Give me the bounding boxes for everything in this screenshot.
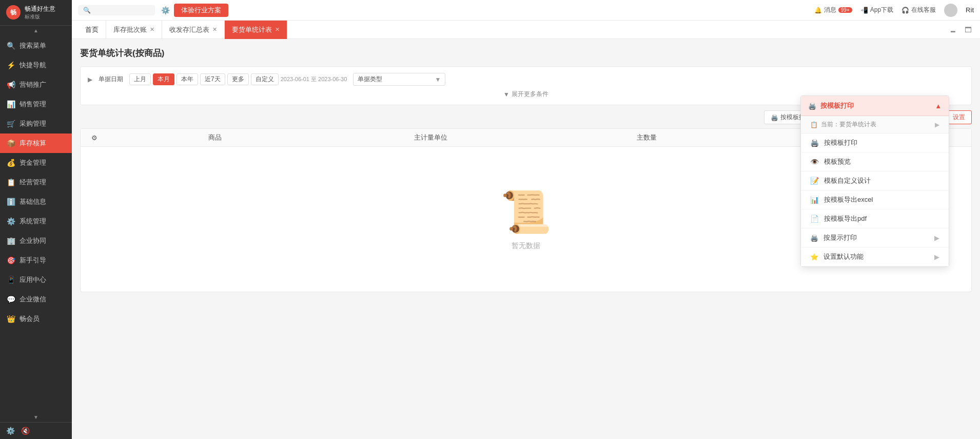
logo-text: 畅通好生意 标准版 (25, 5, 55, 20)
minimize-icon[interactable]: 🗕 (947, 24, 958, 36)
tab-batch-ledger[interactable]: 库存批次账 ✕ (106, 21, 162, 39)
sidebar-bottom: ⚙️ 🔇 (0, 422, 72, 439)
sidebar-scroll-up[interactable]: ▲ (0, 26, 72, 36)
date-btn-this-month[interactable]: 本月 (153, 73, 174, 85)
date-btn-this-year[interactable]: 本年 (177, 73, 198, 85)
date-btn-custom[interactable]: 自定义 (251, 73, 279, 85)
current-arrow-icon: ▶ (935, 121, 939, 128)
tab-order-stats[interactable]: 要货单统计表 ✕ (225, 21, 287, 39)
sidebar-item-system[interactable]: ⚙️ 系统管理 (0, 212, 72, 231)
sidebar: 畅 畅通好生意 标准版 ▲ 🔍 搜索菜单 ⚡ 快捷导航 📢 营销推广 📊 销售管… (0, 0, 72, 439)
sidebar-item-quick-nav[interactable]: ⚡ 快捷导航 (0, 55, 72, 75)
sidebar-nav: 🔍 搜索菜单 ⚡ 快捷导航 📢 营销推广 📊 销售管理 🛒 采购管理 📦 库存核… (0, 36, 72, 412)
sidebar-item-app-center[interactable]: 📱 应用中心 (0, 270, 72, 290)
template-print-icon: 🖨️ (810, 139, 819, 147)
main-area: 🔍 ⚙️ 体验行业方案 🔔 消息 99+ 📲 App下载 🎧 在线客服 Rit … (72, 0, 980, 439)
search-icon: 🔍 (83, 7, 91, 14)
sidebar-item-enterprise-wechat[interactable]: 💬 企业微信 (0, 290, 72, 309)
date-btn-last-7-days[interactable]: 近7天 (200, 73, 225, 85)
table-col-gear[interactable]: ⚙ (87, 134, 102, 142)
dropdown-item-template-preview[interactable]: 👁️ 模板预览 (801, 152, 949, 171)
current-icon: 📋 (810, 121, 818, 128)
sidebar-item-basic-info[interactable]: ℹ️ 基础信息 (0, 192, 72, 212)
clipboard-icon: 📋 (6, 178, 15, 187)
expand-icon: ▼ (503, 91, 509, 98)
search-icon: 🔍 (6, 41, 15, 50)
topbar-gear-icon[interactable]: ⚙️ (161, 6, 170, 14)
dropdown-display-print[interactable]: 🖨️ 按显示打印 ▶ (801, 228, 949, 247)
sidebar-item-guide[interactable]: 🎯 新手引导 (0, 251, 72, 270)
chat-icon: 💬 (6, 295, 15, 304)
chart-icon: 📊 (6, 100, 15, 109)
mute-icon[interactable]: 🔇 (21, 427, 30, 435)
sidebar-item-membership[interactable]: 👑 畅会员 (0, 309, 72, 329)
topbar-search[interactable]: 🔍 (78, 5, 155, 15)
dropdown-title: 🖨️ 按模板打印 (808, 101, 854, 110)
user-avatar[interactable] (944, 4, 957, 17)
dropdown-item-template-custom[interactable]: 📝 模板自定义设计 (801, 171, 949, 190)
table-col-product: 商品 (112, 133, 318, 142)
topbar-right: 🔔 消息 99+ 📲 App下载 🎧 在线客服 Rit (814, 4, 974, 17)
sidebar-item-inventory[interactable]: 📦 库存核算 (0, 133, 72, 153)
trial-btn[interactable]: 体验行业方案 (174, 4, 228, 17)
sidebar-item-purchase[interactable]: 🛒 采购管理 (0, 114, 72, 133)
settings-icon[interactable]: ⚙️ (6, 427, 15, 435)
sidebar-item-marketing[interactable]: 📢 营销推广 (0, 75, 72, 94)
filter-row: ▶ 单据日期 上月 本月 本年 近7天 更多 自定义 2023-06-01 至 … (88, 73, 964, 86)
settings-btn[interactable]: 设置 (946, 110, 972, 124)
sidebar-item-search[interactable]: 🔍 搜索菜单 (0, 36, 72, 55)
content-area: 要货单统计表(按商品) ▶ 单据日期 上月 本月 本年 近7天 更多 自定义 2… (72, 39, 980, 439)
tab-receipt-summary[interactable]: 收发存汇总表 ✕ (162, 21, 225, 39)
tab-home[interactable]: 首页 (78, 21, 106, 39)
date-range-text: 2023-06-01 至 2023-06-30 (281, 75, 347, 83)
dropdown-item-template-excel[interactable]: 📊 按模板导出excel (801, 190, 949, 209)
expand-more-btn[interactable]: ▼ 展开更多条件 (503, 90, 548, 99)
template-custom-icon: 📝 (810, 177, 819, 185)
dropdown-current-label: 📋 当前：要货单统计表 ▶ (801, 116, 949, 133)
app-download-btn[interactable]: 📲 App下载 (860, 6, 893, 14)
megaphone-icon: 📢 (6, 80, 15, 89)
sidebar-scroll-down[interactable]: ▼ (0, 412, 72, 422)
mobile-icon: 📱 (6, 275, 15, 284)
sidebar-item-operations[interactable]: 📋 经营管理 (0, 173, 72, 192)
empty-icon: 📜 (500, 188, 552, 236)
printer-header-icon: 🖨️ (808, 102, 816, 110)
tab-close-order-stats[interactable]: ✕ (275, 26, 280, 33)
set-default-icon: ⭐ (810, 253, 818, 261)
doc-type-select[interactable]: 单据类型 ▼ (353, 73, 445, 86)
sidebar-item-finance[interactable]: 💰 资金管理 (0, 153, 72, 173)
excel-icon: 📊 (810, 196, 819, 204)
printer-icon: 🖨️ (771, 114, 778, 121)
cart-icon: 🛒 (6, 119, 15, 128)
date-buttons: 上月 本月 本年 近7天 更多 自定义 2023-06-01 至 2023-06… (129, 73, 347, 85)
display-print-arrow-icon: ▶ (934, 234, 939, 242)
notifications-btn[interactable]: 🔔 消息 99+ (814, 6, 852, 14)
info-icon: ℹ️ (6, 197, 15, 206)
online-service-btn[interactable]: 🎧 在线客服 (901, 6, 936, 14)
chevron-down-icon: ▼ (435, 76, 441, 83)
gear-icon: ⚙️ (6, 217, 15, 226)
topbar: 🔍 ⚙️ 体验行业方案 🔔 消息 99+ 📲 App下载 🎧 在线客服 Rit (72, 0, 980, 21)
maximize-icon[interactable]: 🗖 (963, 24, 974, 36)
headphone-icon: 🎧 (901, 7, 909, 14)
sidebar-item-enterprise[interactable]: 🏢 企业协同 (0, 231, 72, 251)
tabbar-actions: 🗕 🗖 (947, 24, 974, 36)
table-col-quantity: 主数量 (544, 133, 750, 142)
sidebar-item-sales[interactable]: 📊 销售管理 (0, 94, 72, 114)
date-filter-label: 单据日期 (99, 75, 123, 84)
tab-close-receipt-summary[interactable]: ✕ (212, 26, 217, 33)
empty-text: 暂无数据 (512, 241, 540, 251)
dropdown-item-template-print[interactable]: 🖨️ 按模板打印 (801, 133, 949, 152)
notifications-badge: 99+ (838, 7, 852, 13)
template-preview-icon: 👁️ (810, 158, 819, 166)
filter-expand-btn[interactable]: ▶ (88, 76, 92, 83)
dropdown-set-default[interactable]: ⭐ 设置默认功能 ▶ (801, 247, 949, 266)
app-logo: 畅 畅通好生意 标准版 (0, 0, 72, 26)
logo-icon: 畅 (6, 5, 21, 20)
dropdown-close-icon[interactable]: ▲ (935, 102, 942, 110)
date-btn-more[interactable]: 更多 (227, 73, 249, 85)
page-title: 要货单统计表(按商品) (80, 47, 972, 59)
dropdown-item-template-pdf[interactable]: 📄 按模板导出pdf (801, 209, 949, 228)
tab-close-batch-ledger[interactable]: ✕ (150, 26, 154, 33)
date-btn-last-month[interactable]: 上月 (129, 73, 151, 85)
